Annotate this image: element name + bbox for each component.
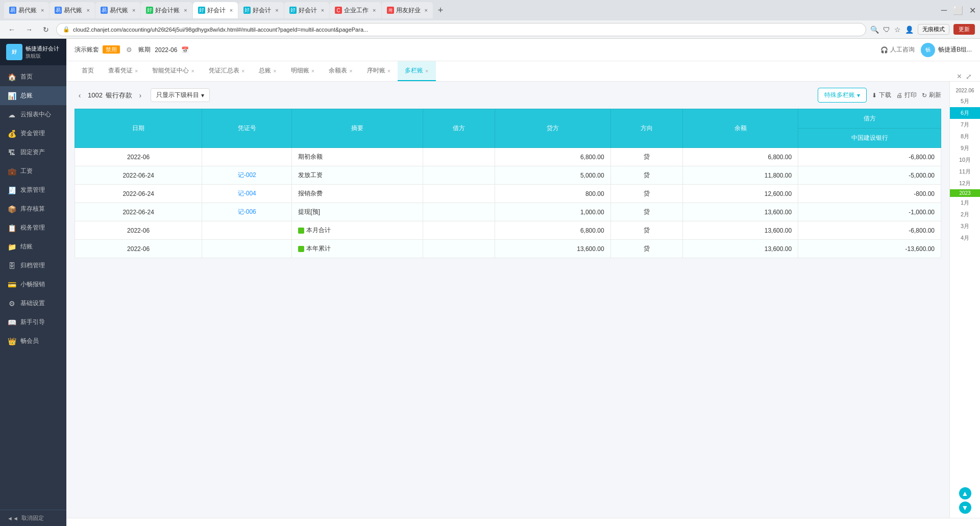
new-tab-button[interactable]: + <box>433 3 448 17</box>
browser-tab-4[interactable]: 好 好会计账 × <box>141 2 192 18</box>
profile-icon[interactable]: 👤 <box>905 26 914 34</box>
close-window-button[interactable]: ✕ <box>969 6 976 15</box>
prev-account-button[interactable]: ‹ <box>75 90 85 101</box>
address-bar[interactable]: 🔒 cloud2.chanjet.com/accounting/uh26t264… <box>56 23 866 36</box>
sidebar-item-archive[interactable]: 🗄 归档管理 <box>0 256 66 275</box>
tab-detail-ledger[interactable]: 明细账 × <box>284 61 322 81</box>
browser-tab-2[interactable]: 易 易代账 × <box>50 2 94 18</box>
tab-close-5[interactable]: × <box>230 7 233 13</box>
tab-multi-column[interactable]: 多栏账 × <box>398 61 435 81</box>
cell-voucher-no[interactable]: 记-006 <box>202 203 292 221</box>
tab-close-4[interactable]: × <box>184 7 187 13</box>
browser-tab-3[interactable]: 易 易代账 × <box>95 2 140 18</box>
bottom-scrollbar[interactable] <box>66 518 980 526</box>
close-panel-icon[interactable]: × <box>957 72 962 81</box>
sidebar-pin-button[interactable]: ◄◄ 取消固定 <box>0 510 66 526</box>
browser-tab-7[interactable]: 好 好会计 × <box>284 2 329 18</box>
month-4[interactable]: 4月 <box>961 232 969 244</box>
tab-close-multi-column[interactable]: × <box>425 68 428 74</box>
month-11[interactable]: 11月 <box>959 166 971 178</box>
sidebar-item-tax[interactable]: 📋 税务管理 <box>0 218 66 237</box>
tab-close-7[interactable]: × <box>321 7 324 13</box>
calendar-icon[interactable]: 📅 <box>181 46 189 54</box>
month-8[interactable]: 8月 <box>961 131 969 142</box>
sidebar-item-expense[interactable]: 💳 小畅报销 <box>0 275 66 294</box>
expand-icon[interactable]: ⤢ <box>966 72 972 81</box>
star-icon[interactable]: ☆ <box>894 26 901 34</box>
month-5[interactable]: 5月 <box>961 95 969 107</box>
ai-consult-button[interactable]: 🎧 人工咨询 <box>880 45 915 54</box>
tab-close-general-ledger[interactable]: × <box>273 68 276 74</box>
restore-button[interactable]: ⬜ <box>953 6 963 15</box>
next-account-button[interactable]: › <box>135 90 145 101</box>
tab-icon-3: 易 <box>101 7 108 14</box>
refresh-button[interactable]: ↻ 刷新 <box>922 91 941 99</box>
search-icon[interactable]: 🔍 <box>870 26 879 34</box>
tab-close-8[interactable]: × <box>373 7 376 13</box>
tab-smart-voucher[interactable]: 智能凭证中心 × <box>145 61 201 81</box>
tab-close-view-voucher[interactable]: × <box>135 68 138 74</box>
sidebar-item-fixed-assets[interactable]: 🏗 固定资产 <box>0 143 66 162</box>
cell-balance: 12,600.00 <box>682 185 798 203</box>
month-10[interactable]: 10月 <box>959 154 971 166</box>
sidebar-item-home[interactable]: 🏠 首页 <box>0 67 66 86</box>
filter-dropdown[interactable]: 只显示下级科目 ▾ <box>151 88 210 102</box>
tab-close-3[interactable]: × <box>132 7 135 13</box>
cell-voucher-no[interactable]: 记-004 <box>202 185 292 203</box>
tab-home[interactable]: 首页 <box>75 61 101 81</box>
sidebar-item-member[interactable]: 👑 畅会员 <box>0 332 66 350</box>
back-button[interactable]: ← <box>5 24 18 35</box>
reload-button[interactable]: ↻ <box>40 24 52 35</box>
cell-voucher-no[interactable]: 记-002 <box>202 166 292 185</box>
month-9[interactable]: 9月 <box>961 142 969 154</box>
sidebar-item-fund[interactable]: 💰 资金管理 <box>0 124 66 143</box>
browser-tab-6[interactable]: 好 好会计 × <box>238 2 283 18</box>
tab-balance[interactable]: 余额表 × <box>322 61 359 81</box>
month-6[interactable]: 6月 <box>950 107 980 119</box>
tab-voucher-summary[interactable]: 凭证汇总表 × <box>202 61 252 81</box>
right-panel-year: 2022.06 <box>955 86 974 95</box>
tab-close-6[interactable]: × <box>275 7 278 13</box>
tab-close-sequence-account[interactable]: × <box>387 68 390 74</box>
browser-tab-8[interactable]: C 企业工作 × <box>330 2 381 18</box>
tab-close-detail-ledger[interactable]: × <box>311 68 314 74</box>
scroll-up-button[interactable]: ▲ <box>959 487 971 499</box>
month-1[interactable]: 1月 <box>961 197 969 209</box>
sidebar-item-guide[interactable]: 📖 新手引导 <box>0 313 66 332</box>
tab-close-2[interactable]: × <box>86 7 89 13</box>
sidebar-item-inventory[interactable]: 📦 库存核算 <box>0 199 66 218</box>
browser-window-controls: ─ ⬜ ✕ <box>941 6 976 15</box>
wuhen-mode-button[interactable]: 无痕模式 <box>918 24 949 35</box>
sidebar-item-invoice[interactable]: 🧾 发票管理 <box>0 181 66 199</box>
tab-general-ledger[interactable]: 总账 × <box>252 61 283 81</box>
tab-close-voucher-summary[interactable]: × <box>241 68 244 74</box>
table-row: 2022-06期初余额6,800.00贷6,800.00-6,800.00 <box>75 148 941 166</box>
month-3[interactable]: 3月 <box>961 220 969 232</box>
month-12[interactable]: 12月 <box>959 178 971 189</box>
tab-close-9[interactable]: × <box>425 7 428 13</box>
cell-balance: 13,600.00 <box>682 203 798 221</box>
update-button[interactable]: 更新 <box>953 24 975 35</box>
browser-tab-5[interactable]: 好 好会计 × <box>193 2 238 18</box>
download-button[interactable]: ⬇ 下载 <box>872 91 891 99</box>
special-multi-column-button[interactable]: 特殊多栏账 ▾ <box>818 88 867 103</box>
sidebar-item-ledger[interactable]: 📊 总账 <box>0 86 66 105</box>
browser-tab-1[interactable]: 易 易代账 × <box>4 2 49 18</box>
minimize-button[interactable]: ─ <box>941 6 947 15</box>
month-2[interactable]: 2月 <box>961 209 969 220</box>
tab-close-smart-voucher[interactable]: × <box>191 68 194 74</box>
print-button[interactable]: 🖨 打印 <box>896 91 917 99</box>
tab-close-1[interactable]: × <box>41 7 44 13</box>
tab-view-voucher[interactable]: 查看凭证 × <box>101 61 145 81</box>
tab-sequence-account[interactable]: 序时账 × <box>360 61 398 81</box>
sidebar-item-basic-settings[interactable]: ⚙ 基础设置 <box>0 294 66 313</box>
tab-close-balance[interactable]: × <box>349 68 352 74</box>
settings-gear-icon[interactable]: ⚙ <box>126 46 132 54</box>
forward-button[interactable]: → <box>22 24 36 35</box>
sidebar-item-salary[interactable]: 💼 工资 <box>0 162 66 181</box>
scroll-down-button[interactable]: ▼ <box>959 502 971 514</box>
sidebar-item-settlement[interactable]: 📁 结账 <box>0 237 66 256</box>
month-7[interactable]: 7月 <box>961 119 969 131</box>
browser-tab-9[interactable]: 用 用友好业 × <box>382 2 433 18</box>
sidebar-item-cloud-report[interactable]: ☁ 云报表中心 <box>0 105 66 124</box>
